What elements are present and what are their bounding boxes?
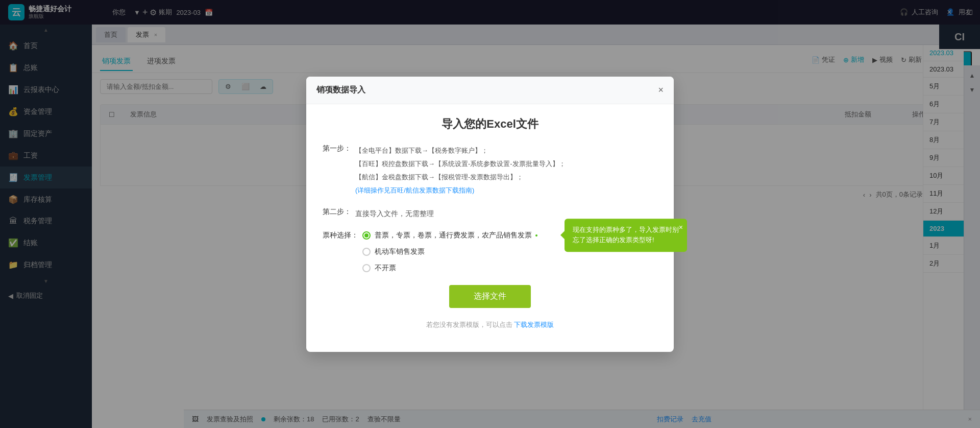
step1-label: 第一步：: [323, 144, 351, 193]
tooltip-text: 现在支持的票种多了，导入发票时别忘了选择正确的发票类型呀!: [573, 226, 679, 244]
download-template-link[interactable]: 下载发票模版: [514, 321, 554, 328]
radio-circle-1: [362, 231, 371, 240]
step1-guide-link[interactable]: (详细操作见百旺/航信发票数据下载指南): [355, 186, 474, 194]
step1-section: 第一步： 【全电平台】数据下载→【税务数字账户】； 【百旺】税控盘数据下载→【系…: [323, 144, 657, 197]
ticket-option-2-label: 机动车销售发票: [375, 247, 425, 256]
ticket-option-1-label: 普票，专票，卷票，通行费发票，农产品销售发票: [375, 231, 532, 240]
dialog-overlay: 销项数据导入 × 导入您的Excel文件 第一步： 【全电平台】数据下载→【税务…: [0, 0, 980, 428]
dialog-body: 导入您的Excel文件 第一步： 【全电平台】数据下载→【税务数字账户】； 【百…: [306, 104, 674, 352]
dialog-header: 销项数据导入 ×: [306, 77, 674, 104]
step1-line2: 【百旺】税控盘数据下载→【系统设置-系统参数设置-发票批量导入】；: [355, 157, 566, 171]
ticket-option-1[interactable]: 普票，专票，卷票，通行费发票，农产品销售发票 × 现在支持的票种多了，导入发票时…: [362, 231, 544, 240]
select-file-btn[interactable]: 选择文件: [449, 285, 531, 308]
radio-circle-3: [362, 264, 371, 272]
step1-line1: 【全电平台】数据下载→【税务数字账户】；: [355, 144, 566, 157]
ticket-option-3[interactable]: 不开票: [362, 264, 544, 273]
tooltip-dot: [534, 233, 539, 238]
dialog-close-btn[interactable]: ×: [658, 85, 664, 96]
radio-circle-2: [362, 248, 371, 256]
ticket-option-3-label: 不开票: [375, 264, 396, 273]
tooltip-close-btn[interactable]: ×: [679, 222, 683, 233]
dialog-footer: 若您没有发票模版，可以点击 下载发票模版: [323, 320, 657, 340]
dialog-title: 销项数据导入: [316, 85, 365, 96]
radio-dot-1: [364, 233, 369, 237]
step2-content: 直接导入文件，无需整理: [351, 209, 434, 219]
import-dialog: 销项数据导入 × 导入您的Excel文件 第一步： 【全电平台】数据下载→【税务…: [306, 77, 674, 352]
ticket-label: 票种选择：: [323, 231, 358, 267]
ticket-option-2[interactable]: 机动车销售发票: [362, 247, 544, 256]
step1-line3: 【航信】金税盘数据下载→【报税管理-发票数据导出】；: [355, 171, 566, 184]
ticket-section: 票种选择： 普票，专票，卷票，通行费发票，农产品销售发票: [323, 231, 657, 273]
tooltip-bubble: × 现在支持的票种多了，导入发票时别忘了选择正确的发票类型呀!: [565, 219, 687, 252]
step1-link: (详细操作见百旺/航信发票数据下载指南): [355, 184, 566, 197]
step2-label: 第二步：: [323, 207, 351, 217]
dialog-main-title: 导入您的Excel文件: [323, 116, 657, 132]
footer-text: 若您没有发票模版，可以点击: [426, 321, 512, 328]
